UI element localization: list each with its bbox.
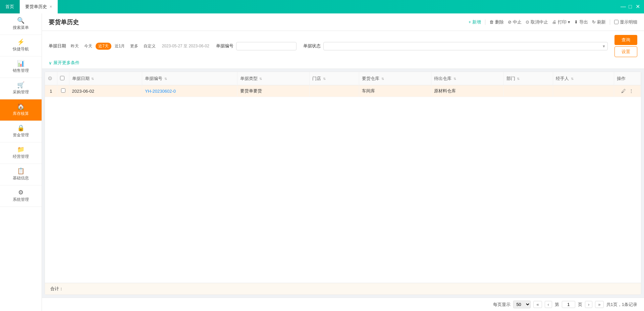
sidebar-item-operations[interactable]: 📁 经营管理: [0, 142, 42, 164]
top-bar: 首页 要货单历史 × — □ ✕: [0, 0, 644, 13]
prev-page-button[interactable]: ‹: [545, 301, 552, 308]
sort-req-warehouse-icon[interactable]: ⇅: [381, 77, 384, 81]
th-doc-type: 单据类型 ⇅: [237, 72, 309, 85]
sidebar-item-finance[interactable]: 🔒 资金管理: [0, 121, 42, 142]
close-icon[interactable]: ✕: [635, 4, 640, 9]
sidebar-item-quick-nav[interactable]: ⚡ 快捷导航: [0, 35, 42, 56]
minimize-icon[interactable]: —: [621, 4, 625, 9]
maximize-icon[interactable]: □: [628, 4, 633, 9]
table-footer: 合计：: [45, 283, 641, 295]
divider2: [610, 19, 610, 25]
custom-btn[interactable]: 自定义: [142, 43, 158, 50]
page-number-input[interactable]: [562, 301, 575, 308]
show-detail-checkbox[interactable]: [614, 20, 619, 24]
sort-store-icon[interactable]: ⇅: [323, 77, 326, 81]
edit-icon[interactable]: 🖊: [621, 88, 626, 94]
date-filter: 单据日期 昨天 今天 近7天 近1月 更多 自定义 2023-05-27 至 2…: [49, 43, 209, 50]
sort-handler-icon[interactable]: ⇅: [571, 77, 574, 81]
tab-requisition-history[interactable]: 要货单历史 ×: [20, 0, 58, 13]
first-page-button[interactable]: «: [533, 301, 542, 308]
row-checkbox[interactable]: [61, 88, 65, 93]
sidebar-item-label: 基础信息: [13, 175, 29, 181]
th-check: [57, 72, 69, 85]
column-settings-icon[interactable]: ⚙: [48, 76, 52, 81]
last7days-btn[interactable]: 近7天: [96, 43, 111, 50]
td-date: 2023-06-02: [69, 85, 142, 97]
td-doc-no: YH-20230602-0: [142, 85, 237, 97]
tab-home[interactable]: 首页: [0, 0, 20, 13]
sort-pending-warehouse-icon[interactable]: ⇅: [453, 77, 456, 81]
td-handler: [553, 85, 614, 97]
sort-doctype-icon[interactable]: ⇅: [259, 77, 262, 81]
th-req-warehouse: 要货仓库 ⇅: [359, 72, 431, 85]
next-page-button[interactable]: ›: [585, 301, 592, 308]
cancel-stop-icon: ⊙: [526, 19, 529, 25]
refresh-icon: ↻: [592, 19, 596, 25]
status-filter: 单据状态: [303, 42, 608, 50]
query-button[interactable]: 查询: [614, 35, 637, 45]
stop-button[interactable]: ⊘ 中止: [508, 19, 522, 25]
sales-icon: 📊: [17, 60, 24, 66]
today-btn[interactable]: 今天: [82, 43, 94, 50]
sidebar-item-inventory[interactable]: 🏠 库存核算: [0, 99, 42, 121]
refresh-button[interactable]: ↻ 刷新: [592, 19, 606, 25]
table-scroll[interactable]: ⚙ 单据日期 ⇅ 单据编号 ⇅: [45, 72, 641, 283]
doc-number-filter: 单据编号: [216, 42, 297, 50]
sidebar-item-system-mgmt[interactable]: ⚙ 系统管理: [0, 185, 42, 207]
delete-icon: 🗑: [489, 19, 494, 25]
sidebar-item-label: 资金管理: [13, 132, 29, 138]
td-operations: 🖊 ⋮: [614, 85, 641, 97]
last-page-button[interactable]: »: [595, 301, 603, 308]
tab-close-icon[interactable]: ×: [50, 4, 52, 9]
date-label: 单据日期: [49, 43, 66, 49]
page-suffix: 页: [578, 302, 582, 308]
print-button[interactable]: 🖨 打印 ▾: [552, 19, 570, 25]
more-btn[interactable]: 更多: [128, 43, 140, 50]
date-shortcuts: 昨天 今天 近7天 近1月 更多 自定义: [69, 43, 158, 50]
per-page-select[interactable]: 50 10 20 100: [513, 301, 531, 308]
quick-nav-icon: ⚡: [17, 39, 24, 45]
doc-number-input[interactable]: [236, 42, 297, 50]
total-info: 共1页，1条记录: [606, 302, 637, 308]
filter-area: 单据日期 昨天 今天 近7天 近1月 更多 自定义 2023-05-27 至 2…: [42, 31, 644, 69]
query-actions: 查询 设置: [614, 35, 637, 57]
tab-label: 要货单历史: [25, 4, 47, 10]
expand-icon: ∨: [49, 60, 52, 65]
select-all-checkbox[interactable]: [60, 76, 64, 80]
cancel-stop-button[interactable]: ⊙ 取消中止: [526, 19, 548, 25]
sort-docno-icon[interactable]: ⇅: [164, 77, 167, 81]
sort-date-icon[interactable]: ⇅: [91, 77, 94, 81]
td-req-warehouse: 车间库: [359, 85, 431, 97]
sidebar-item-label: 销售管理: [13, 68, 29, 74]
sidebar-item-search-menu[interactable]: 🔍 搜索菜单: [0, 13, 42, 35]
sidebar-item-purchase-mgmt[interactable]: 🛒 采购管理: [0, 78, 42, 99]
more-ops-icon[interactable]: ⋮: [629, 88, 634, 94]
th-settings: ⚙: [45, 72, 57, 85]
settings-button[interactable]: 设置: [614, 46, 637, 57]
new-button[interactable]: + 新增: [469, 19, 481, 25]
basic-info-icon: 📋: [17, 168, 24, 174]
doc-no-link[interactable]: YH-20230602-0: [145, 89, 176, 94]
export-button[interactable]: ⬇ 导出: [574, 19, 588, 25]
sort-department-icon[interactable]: ⇅: [517, 77, 520, 81]
sidebar-item-sales-mgmt[interactable]: 📊 销售管理: [0, 56, 42, 78]
expand-more-btn[interactable]: ∨ 展开更多条件: [49, 60, 637, 66]
delete-button[interactable]: 🗑 删除: [489, 19, 504, 25]
status-select[interactable]: [323, 42, 608, 50]
print-icon: 🖨: [552, 19, 556, 25]
yesterday-btn[interactable]: 昨天: [69, 43, 81, 50]
sidebar-item-label: 搜索菜单: [13, 25, 29, 31]
status-select-wrapper: [323, 42, 608, 50]
sidebar-item-basic-info[interactable]: 📋 基础信息: [0, 164, 42, 185]
header-actions: + 新增 🗑 删除 ⊘ 中止 ⊙ 取消中止 🖨 打印 ▾: [469, 19, 637, 25]
last1month-btn[interactable]: 近1月: [113, 43, 127, 50]
doc-number-label: 单据编号: [216, 43, 233, 49]
main-layout: 🔍 搜索菜单 ⚡ 快捷导航 📊 销售管理 🛒 采购管理 🏠 库存核算 🔒 资金管…: [0, 13, 644, 311]
table-container: ⚙ 单据日期 ⇅ 单据编号 ⇅: [45, 72, 641, 295]
pagination-bar: 每页显示 50 10 20 100 « ‹ 第 页 › » 共1页，1条记录: [42, 298, 644, 311]
table-header: ⚙ 单据日期 ⇅ 单据编号 ⇅: [45, 72, 641, 85]
show-detail-label[interactable]: 显示明细: [614, 19, 637, 25]
stop-icon: ⊘: [508, 19, 512, 25]
table-row: 1 2023-06-02 YH-20230602-0 要货单要货 车间库: [45, 85, 641, 97]
table-body: 1 2023-06-02 YH-20230602-0 要货单要货 车间库: [45, 85, 641, 97]
